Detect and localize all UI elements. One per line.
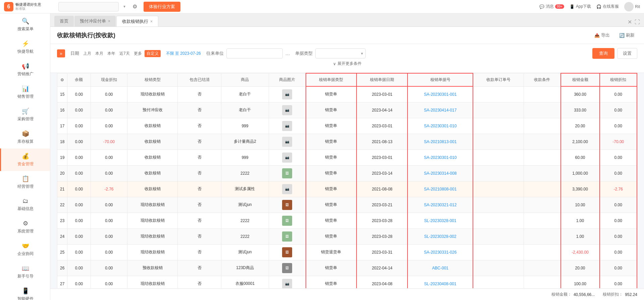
date-range-text: 不限 至 2023-07-26: [166, 51, 201, 56]
message-item[interactable]: 💬 消息 99+: [539, 4, 564, 9]
cell-settled: 否: [178, 197, 221, 213]
table-row: 25 0.00 0.00 现结收款核销 否 测试jun 🖼 销货退货单 2023…: [57, 244, 637, 260]
bill-no-link[interactable]: SA-20230301-010: [424, 155, 457, 160]
app-download-label: App下载: [576, 4, 591, 9]
company-input[interactable]: [226, 48, 283, 58]
th-amount: 核销金额: [561, 73, 600, 86]
sidebar-item-sales[interactable]: 📊 销售管理: [0, 81, 50, 103]
this-month-btn[interactable]: 本月: [94, 50, 105, 57]
cell-bill-type: 销货单: [306, 149, 357, 165]
company-dots[interactable]: ...: [285, 50, 290, 56]
sidebar-item-purchase[interactable]: 🛒 采购管理: [0, 103, 50, 126]
cell-balance: 0.00: [67, 118, 91, 134]
tab-home[interactable]: 首页: [54, 16, 74, 27]
bill-type-select[interactable]: [315, 48, 366, 58]
cell-amount: 1.00: [561, 228, 600, 244]
cell-settled: 否: [178, 86, 221, 102]
sidebar-item-collab[interactable]: 🤝 企业协同: [0, 238, 50, 261]
table-wrapper[interactable]: ⚙ 余额 现金折扣 核销类型 包含已结清 商品 商品图片 核销单据类型 核销单据…: [50, 73, 644, 288]
cell-order-no: [473, 86, 524, 102]
cell-amount: 2,100.00: [561, 134, 600, 149]
bill-no-link[interactable]: SL-20230328-002: [424, 234, 457, 239]
cell-id: 19: [57, 149, 67, 165]
sidebar-item-basic[interactable]: 🗂 基础信息: [0, 194, 50, 216]
refresh-button[interactable]: 🔄 刷新: [616, 31, 637, 40]
sidebar-item-marketing[interactable]: 📢 营销推广: [0, 58, 50, 81]
content-area: 首页 预付冲应付单 × 收款核销执行 × ✕ ⛶ 收款核销执行(按收款): [50, 13, 644, 300]
search-input[interactable]: [58, 2, 119, 11]
last-month-btn[interactable]: 上月: [82, 50, 93, 57]
bill-no-link[interactable]: SA-20230331-026: [424, 250, 457, 255]
online-service-item[interactable]: 🎧 在线客服: [596, 4, 619, 9]
cell-order-no: [473, 197, 524, 213]
query-button[interactable]: 查询: [592, 48, 614, 59]
bill-no-link[interactable]: SA-20230301-001: [424, 92, 457, 97]
sidebar-label-guide: 新手引导: [17, 273, 34, 279]
dropdown-icon[interactable]: ▼: [123, 5, 126, 8]
bill-no-link[interactable]: SA-20230414-017: [424, 108, 457, 113]
sidebar-item-finance[interactable]: 💰 资金管理: [0, 148, 50, 171]
close-window-btn[interactable]: ✕: [628, 19, 632, 25]
cell-type: 收款核销: [127, 149, 178, 165]
user-item[interactable]: Rit: [624, 2, 640, 11]
th-order-no: 收款单订单号: [473, 73, 524, 86]
collapse-btn[interactable]: »: [57, 49, 65, 57]
cell-img: 🖼: [269, 213, 306, 228]
sidebar-item-system[interactable]: ⚙ 系统管理: [0, 216, 50, 238]
cell-writeoff-disc: 0.00: [600, 86, 637, 102]
table-row: 18 0.00 -70.00 收款核销 否 多计量商品2 📷 销货单 2021-…: [57, 134, 637, 149]
sidebar-item-quick[interactable]: ⚡ 快捷导航: [0, 36, 50, 58]
cell-type: 预收款核销: [127, 260, 178, 276]
cell-amount: 1,000.00: [561, 165, 600, 181]
collab-icon: 🤝: [22, 242, 29, 250]
sidebar-item-guide[interactable]: 📖 新手引导: [0, 261, 50, 283]
tab-writeoff-close[interactable]: ×: [150, 19, 153, 24]
bill-no-link[interactable]: SL-20230328-001: [424, 218, 457, 223]
cell-type: 收款核销: [127, 118, 178, 134]
bill-no-link[interactable]: SA-20230321-012: [424, 203, 457, 207]
sidebar-item-operations[interactable]: 📋 经营管理: [0, 171, 50, 194]
bill-no-link[interactable]: SA-20230301-010: [424, 124, 457, 128]
bill-no-link[interactable]: SA-20210808-001: [424, 187, 457, 191]
table-row: 22 0.00 0.00 现结收款核销 否 测试jun 🖼 销货单 2023-0…: [57, 197, 637, 213]
cell-discount: -70.00: [91, 134, 127, 149]
th-bill-type: 核销单据类型: [306, 73, 357, 86]
cell-payment-cond: [524, 165, 561, 181]
sidebar-item-inventory[interactable]: 📦 库存核算: [0, 126, 50, 148]
export-button[interactable]: 📤 导出: [592, 31, 612, 40]
cell-bill-no: SA-20230314-008: [408, 165, 473, 181]
cell-bill-no: SA-20230301-001: [408, 86, 473, 102]
more-btn[interactable]: 更多: [132, 50, 143, 57]
tab-prepay-close[interactable]: ×: [108, 19, 110, 24]
logo-icon: 6: [4, 2, 13, 11]
cell-goods: 多计量商品2: [221, 134, 269, 149]
cell-bill-date: 2023-04-08: [357, 276, 408, 288]
cell-bill-date: 2023-03-01: [357, 86, 408, 102]
bill-no-link[interactable]: SA-20210813-001: [424, 139, 457, 144]
tab-writeoff[interactable]: 收款核销执行 ×: [116, 16, 158, 27]
this-year-btn[interactable]: 本年: [106, 50, 117, 57]
cell-img: 📷: [269, 276, 306, 288]
last7-btn[interactable]: 近7天: [118, 50, 131, 57]
sidebar-item-hardware[interactable]: 📱 智能硬件: [0, 283, 50, 300]
cell-img: 🖼: [269, 228, 306, 244]
cell-bill-date: 2023-03-28: [357, 213, 408, 228]
tab-prepay[interactable]: 预付冲应付单 ×: [74, 16, 116, 27]
cell-order-no: [473, 276, 524, 288]
settings-button[interactable]: 设置: [617, 48, 637, 59]
cell-discount: 0.00: [91, 244, 127, 260]
bill-no-link[interactable]: SL-20230408-001: [424, 282, 457, 286]
gear-icon[interactable]: ⚙: [130, 2, 140, 11]
expand-button[interactable]: ∨ 展开更多条件: [333, 61, 362, 67]
bill-no-link[interactable]: SA-20230314-008: [424, 171, 457, 176]
trial-button[interactable]: 体验行业方案: [144, 2, 180, 12]
bill-no-link[interactable]: ABC-001: [432, 266, 448, 270]
export-label: 导出: [601, 32, 610, 38]
cell-settled: 否: [178, 149, 221, 165]
maximize-btn[interactable]: ⛶: [635, 19, 640, 25]
cell-payment-cond: [524, 260, 561, 276]
user-avatar: [624, 2, 634, 11]
app-download-item[interactable]: 📱 App下载: [570, 4, 591, 9]
custom-btn[interactable]: 自定义: [145, 50, 161, 57]
sidebar-item-search[interactable]: 🔍 搜索菜单: [0, 13, 50, 36]
